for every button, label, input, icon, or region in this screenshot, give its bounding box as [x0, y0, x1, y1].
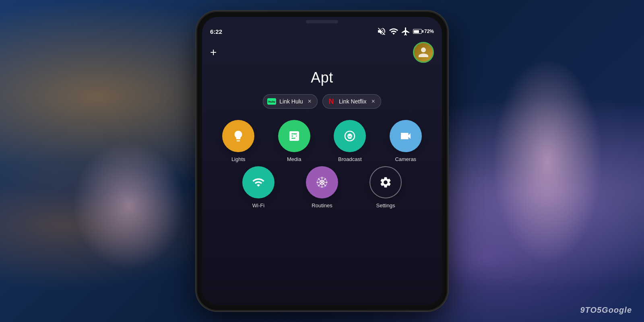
media-circle: [278, 120, 310, 152]
camera-icon: [399, 130, 412, 142]
play-icon: [288, 130, 301, 142]
broadcast-icon: [343, 130, 356, 142]
phone-screen: 6:22 72%: [202, 17, 442, 305]
battery-percent: 72%: [424, 29, 434, 34]
shortcut-settings[interactable]: Settings: [356, 166, 415, 208]
hand-left: [72, 141, 185, 270]
battery-indicator: 72%: [413, 29, 434, 34]
hand-right: [483, 40, 612, 282]
status-icons: 72%: [377, 27, 434, 36]
top-action-bar: +: [208, 39, 436, 69]
routines-circle: [306, 166, 338, 198]
chip-netflix-label: Link Netflix: [339, 98, 366, 105]
avatar[interactable]: [413, 42, 434, 63]
link-chips: hulu Link Hulu × N Link Netflix ×: [208, 94, 436, 109]
broadcast-circle: [334, 120, 366, 152]
settings-icon: [379, 176, 392, 189]
chip-hulu[interactable]: hulu Link Hulu ×: [263, 94, 318, 109]
battery-icon: [413, 29, 422, 34]
battery-fill: [414, 30, 419, 33]
shortcut-cameras[interactable]: Cameras: [380, 120, 432, 162]
chip-hulu-label: Link Hulu: [279, 98, 303, 105]
phone-speaker: [306, 20, 338, 23]
svg-point-0: [349, 134, 351, 136]
mute-icon: [377, 27, 386, 36]
cameras-label: Cameras: [395, 156, 416, 162]
settings-circle: [369, 166, 402, 198]
shortcut-routines[interactable]: Routines: [292, 166, 352, 208]
netflix-logo: N: [327, 98, 336, 105]
lights-circle: [222, 120, 254, 152]
routines-label: Routines: [312, 202, 332, 208]
shortcuts-grid-row2: Wi-Fi: [208, 166, 436, 208]
lightbulb-icon: [232, 130, 245, 142]
broadcast-label: Broadcast: [338, 156, 362, 162]
page-title: Apt: [208, 69, 436, 86]
lights-label: Lights: [231, 156, 246, 162]
watermark-text: 9TO5Google: [580, 305, 632, 314]
chip-netflix[interactable]: N Link Netflix ×: [322, 94, 381, 109]
shortcut-lights[interactable]: Lights: [213, 120, 264, 162]
cameras-circle: [390, 120, 422, 152]
shortcut-broadcast[interactable]: Broadcast: [324, 120, 376, 162]
routines-icon: [316, 176, 328, 189]
phone-frame: 6:22 72%: [197, 12, 447, 310]
hulu-logo: hulu: [267, 98, 276, 105]
shortcut-wifi[interactable]: Wi-Fi: [229, 166, 288, 208]
avatar-icon: [417, 46, 429, 58]
status-time: 6:22: [210, 28, 222, 35]
wifi-label: Wi-Fi: [252, 202, 264, 208]
app-content: + Apt hulu Link Hulu × N: [202, 39, 442, 305]
shortcut-media[interactable]: Media: [268, 120, 320, 162]
chip-hulu-close[interactable]: ×: [308, 98, 312, 105]
airplane-icon: [401, 27, 411, 36]
chip-netflix-close[interactable]: ×: [371, 98, 375, 105]
watermark: 9TO5Google: [580, 305, 632, 315]
wifi-icon: [252, 176, 265, 189]
add-button[interactable]: +: [210, 47, 217, 58]
phone-top-bar: [202, 17, 442, 25]
media-label: Media: [287, 156, 301, 162]
status-bar: 6:22 72%: [202, 25, 442, 39]
shortcuts-grid-row1: Lights Media: [208, 120, 436, 162]
settings-label: Settings: [376, 202, 395, 208]
wifi-status-icon: [389, 27, 398, 36]
wifi-circle: [242, 166, 275, 198]
